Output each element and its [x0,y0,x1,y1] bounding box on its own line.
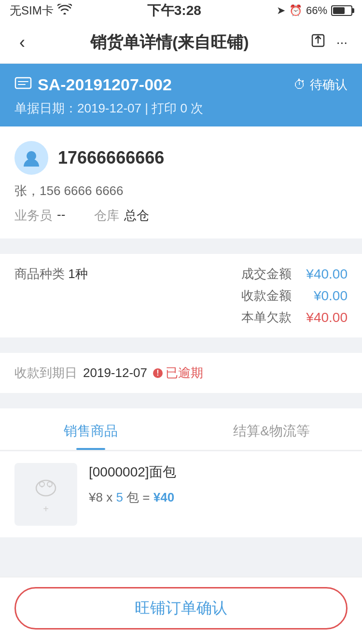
svg-rect-1 [15,78,31,88]
order-status: ⏱ 待确认 [293,76,348,93]
product-price: ¥8 x 5 包 = ¥40 [89,489,348,506]
order-id: SA-20191207-002 [38,75,172,94]
product-total: ¥40 [153,490,174,504]
overdue-text: 已逾期 [166,364,203,381]
order-id-section: SA-20191207-002 [14,75,172,94]
product-code: [0000002] [89,464,149,479]
received-label: 收款金额 [241,287,292,304]
warehouse-label: 仓库 [94,207,119,224]
deal-amount-value: ¥40.00 [299,266,348,282]
bottom-bar: 旺铺订单确认 [0,577,362,644]
tabs-section: 销售商品 结算&物流等 [0,408,362,450]
customer-extra: 业务员 -- 仓库 总仓 [14,207,348,224]
product-info: [0000002]面包 ¥8 x 5 包 = ¥40 [89,463,348,506]
amounts-row: 商品种类 1种 成交金额 ¥40.00 收款金额 ¥0.00 本单欠款 ¥40.… [14,266,348,326]
due-date-section: 收款到期日 2019-12-07 ! 已逾期 [0,353,362,393]
battery-percent: 66% [306,4,327,17]
product-unit-price: ¥8 [89,490,103,504]
customer-info: 张，156 6666 6666 [14,182,348,199]
battery-fill [333,7,345,14]
location-icon: ➤ [277,4,285,17]
salesperson-value: -- [57,207,65,224]
status-bar-right: ➤ ⏰ 66% [277,4,352,17]
product-unit: 包 [126,490,139,504]
salesperson-label: 业务员 [14,207,52,224]
status-clock-icon: ⏱ [293,77,306,92]
tab-settlement[interactable]: 结算&物流等 [181,408,362,450]
amounts-left: 商品种类 1种 [14,266,88,282]
battery-icon [331,5,352,16]
product-thumb-icon [31,475,60,502]
overdue-dot-icon: ! [153,368,163,378]
deal-amount-label: 成交金额 [241,266,292,282]
avatar [14,141,48,175]
goods-type-label: 商品种类 [14,266,65,281]
print-label: | 打印 [145,101,177,115]
tab-sales-goods-label: 销售商品 [64,423,118,438]
order-icon [14,76,32,94]
warehouse-value: 总仓 [124,207,149,224]
nav-bar: ‹ 销货单详情(来自旺铺) ··· [0,21,362,64]
owed-amount-item: 本单欠款 ¥40.00 [241,309,348,326]
amounts-section: 商品种类 1种 成交金额 ¥40.00 收款金额 ¥0.00 本单欠款 ¥40.… [0,254,362,337]
share-icon[interactable] [309,32,327,53]
status-text: 待确认 [310,76,348,93]
product-section: + [0000002]面包 ¥8 x 5 包 = ¥40 [0,451,362,537]
tabs-row: 销售商品 结算&物流等 [0,408,362,450]
alarm-icon: ⏰ [289,4,302,17]
product-title: 面包 [149,464,176,479]
warehouse-item: 仓库 总仓 [94,207,149,224]
owed-value: ¥40.00 [299,310,348,325]
carrier-text: 无SIM卡 [10,3,54,18]
order-header-top: SA-20191207-002 ⏱ 待确认 [14,75,348,94]
page-title: 销货单详情(来自旺铺) [90,31,249,54]
status-bar-left: 无SIM卡 [10,3,72,18]
product-multiply: x [106,490,116,504]
goods-type-value: 1种 [68,266,87,281]
due-date-label: 收款到期日 [14,364,77,381]
print-count: 0 [180,101,187,115]
salesperson-item: 业务员 -- [14,207,65,224]
confirm-button[interactable]: 旺铺订单确认 [14,587,348,630]
tab-sales-goods[interactable]: 销售商品 [0,408,181,450]
date-label: 单据日期： [14,101,77,115]
confirm-button-label: 旺铺订单确认 [135,598,227,619]
more-icon[interactable]: ··· [336,35,348,50]
received-value: ¥0.00 [299,288,348,304]
product-quantity: 5 [116,490,123,504]
divider-3 [0,401,362,408]
amounts-right: 成交金额 ¥40.00 收款金额 ¥0.00 本单欠款 ¥40.00 [241,266,348,326]
order-header: SA-20191207-002 ⏱ 待确认 单据日期：2019-12-07 | … [0,64,362,126]
product-thumbnail: + [14,463,77,526]
due-date-value: 2019-12-07 [83,365,147,380]
deal-amount-item: 成交金额 ¥40.00 [241,266,348,282]
received-amount-item: 收款金额 ¥0.00 [241,287,348,304]
wifi-icon [57,4,72,17]
tab-settlement-label: 结算&物流等 [233,423,310,438]
product-thumb-plus: + [43,504,49,515]
product-item: + [0000002]面包 ¥8 x 5 包 = ¥40 [14,463,348,526]
divider-1 [0,246,362,254]
status-bar: 无SIM卡 下午3:28 ➤ ⏰ 66% [0,0,362,21]
product-equals: = [142,490,153,504]
divider-2 [0,345,362,353]
print-unit: 次 [191,101,203,115]
product-name: [0000002]面包 [89,463,348,481]
status-bar-time: 下午3:28 [147,1,201,20]
back-button[interactable]: ‹ [14,28,30,57]
customer-phone: 17666666666 [58,148,164,168]
customer-top: 17666666666 [14,141,348,175]
order-date-line: 单据日期：2019-12-07 | 打印 0 次 [14,100,348,117]
overdue-badge: ! 已逾期 [153,364,203,381]
order-date: 2019-12-07 [77,101,141,115]
nav-actions: ··· [309,32,348,53]
customer-section: 17666666666 张，156 6666 6666 业务员 -- 仓库 总仓 [0,126,362,238]
svg-point-3 [36,480,56,496]
owed-label: 本单欠款 [241,309,292,326]
